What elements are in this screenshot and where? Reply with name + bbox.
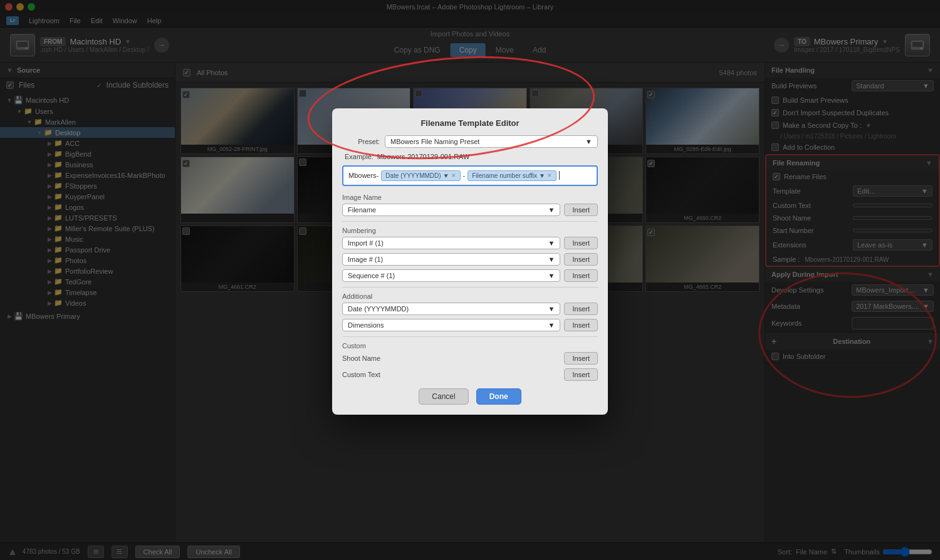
filename-number-token-pill[interactable]: Filename number suffix ▼ ✕ [467, 170, 556, 181]
custom-text-modal-label: Custom Text [342, 371, 560, 378]
token-close-icon-2[interactable]: ✕ [547, 172, 552, 179]
modal-cancel-button[interactable]: Cancel [419, 388, 468, 405]
numbering-section-label: Numbering [342, 227, 598, 234]
example-label: Example: [345, 153, 373, 160]
dimensions-insert-btn[interactable]: Insert [564, 319, 598, 331]
modal-buttons: Cancel Done [342, 388, 598, 405]
template-tokens[interactable]: Mbowers- Date (YYYYMMDD) ▼ ✕ - Filename … [342, 165, 598, 186]
image-name-section-label: Image Name [342, 194, 598, 201]
date-additional-insert-btn[interactable]: Insert [564, 303, 598, 315]
image-num-dropdown[interactable]: Image # (1) ▼ [342, 253, 560, 266]
token-prefix: Mbowers- [348, 172, 379, 179]
preset-dropdown[interactable]: MBowers File Naming Preset ▼ [385, 135, 598, 148]
custom-text-modal-insert-btn[interactable]: Insert [564, 368, 598, 381]
additional-section-label: Additional [342, 293, 598, 300]
sequence-num-dropdown[interactable]: Sequence # (1) ▼ [342, 269, 560, 282]
preset-label: Preset: [342, 138, 380, 145]
filename-insert-btn[interactable]: Insert [564, 204, 598, 216]
image-num-insert-btn[interactable]: Insert [564, 253, 598, 266]
shoot-name-modal-insert-btn[interactable]: Insert [564, 352, 598, 365]
preset-row: Preset: MBowers File Naming Preset ▼ [342, 135, 598, 148]
divider-2 [342, 287, 598, 288]
date-additional-row: Date (YYYYMMDD) ▼ Insert [342, 303, 598, 315]
divider-1 [342, 221, 598, 222]
filename-insert-row: Filename ▼ Insert [342, 204, 598, 216]
divider-3 [342, 336, 598, 337]
image-num-row: Image # (1) ▼ Insert [342, 253, 598, 266]
import-num-insert-btn[interactable]: Insert [564, 237, 598, 249]
example-row: Example: Mbowers-20170129-001.RAW [342, 153, 598, 160]
sequence-num-row: Sequence # (1) ▼ Insert [342, 269, 598, 282]
modal-done-button[interactable]: Done [476, 388, 521, 405]
custom-section-label: Custom [342, 342, 598, 350]
shoot-name-modal-label: Shoot Name [342, 355, 560, 362]
token-close-icon[interactable]: ✕ [451, 172, 456, 179]
date-token-pill[interactable]: Date (YYYYMMDD) ▼ ✕ [381, 170, 460, 181]
import-num-row: Import # (1) ▼ Insert [342, 237, 598, 249]
text-cursor [559, 171, 560, 180]
modal-overlay: Filename Template Editor Preset: MBowers… [0, 0, 940, 560]
dimensions-row: Dimensions ▼ Insert [342, 319, 598, 331]
filename-template-editor-modal: Filename Template Editor Preset: MBowers… [332, 108, 608, 415]
shoot-name-modal-row: Shoot Name Insert [342, 352, 598, 365]
dimensions-dropdown[interactable]: Dimensions ▼ [342, 319, 560, 331]
example-value: Mbowers-20170129-001.RAW [377, 153, 470, 160]
token-dash: - [463, 172, 466, 179]
custom-text-modal-row: Custom Text Insert [342, 368, 598, 381]
filename-dropdown[interactable]: Filename ▼ [342, 204, 560, 216]
import-num-dropdown[interactable]: Import # (1) ▼ [342, 237, 560, 249]
date-additional-dropdown[interactable]: Date (YYYYMMDD) ▼ [342, 303, 560, 315]
modal-title: Filename Template Editor [342, 118, 598, 128]
sequence-num-insert-btn[interactable]: Insert [564, 269, 598, 282]
